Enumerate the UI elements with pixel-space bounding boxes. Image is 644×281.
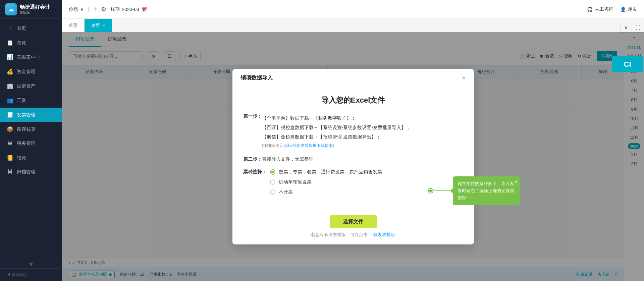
sidebar-item-label: 首页 xyxy=(17,25,26,32)
download-template-link[interactable]: 下载发票模版 xyxy=(369,232,395,237)
sidebar-logo: ☁ 畅捷通好会计 旗舰版 xyxy=(0,0,62,19)
window-close-btn[interactable]: × xyxy=(620,23,632,33)
add-btn[interactable]: + xyxy=(93,5,97,13)
radio-option-1[interactable]: 普票，专票，卷票，通行费发票，农产品销售发票 xyxy=(270,169,382,175)
step1-link[interactable]: 百旺/航信发票数据下载指南 xyxy=(283,143,333,148)
tooltip-close-btn[interactable]: × xyxy=(515,178,517,186)
sidebar-item-label: 固定资产 xyxy=(17,83,36,89)
sidebar-nav: ⌂ 首页 📋 总账 📊 云报表中心 💰 资金管理 🏢 固定资产 👥 工资 xyxy=(0,19,62,261)
sidebar-item-reports[interactable]: 📊 云报表中心 xyxy=(0,50,62,64)
user-icon: 👤 xyxy=(620,7,626,12)
sidebar-item-label: 云报表中心 xyxy=(17,54,40,60)
sidebar-item-label: 结账 xyxy=(17,155,26,161)
window-controls: × ⛶ xyxy=(620,23,644,33)
modal-main-title: 导入您的Excel文件 xyxy=(243,95,463,105)
sidebar-item-label: 资金管理 xyxy=(17,69,36,75)
step1-label: 第一步： xyxy=(243,113,262,119)
radio-circle-1 xyxy=(270,169,275,175)
step1-row: 第一步： 【全电平台】数据下载→【税务数字账户】； 【百旺】税控盘数据下载→【系… xyxy=(243,113,463,150)
sidebar-item-label: 总账 xyxy=(17,40,26,46)
user-label: 用友 xyxy=(628,6,637,12)
salary-icon: 👥 xyxy=(7,97,13,104)
archive-icon: 🗄 xyxy=(7,169,13,175)
tab-bar: 首页 发票 × xyxy=(62,19,644,32)
sidebar-item-archive[interactable]: 🗄 归档管理 xyxy=(0,165,62,179)
user-menu[interactable]: 👤 用友 xyxy=(620,6,637,12)
step1-line2: 【百旺】税控盘数据下载→【系统设置-系统参数设置-发票批量导入】； xyxy=(262,123,411,132)
step2-label: 第二步： xyxy=(243,156,262,162)
settings-btn[interactable]: ⚙ xyxy=(101,6,106,13)
company-selector[interactable]: 你您 ∨ xyxy=(69,6,84,12)
sidebar-item-label: 库存核算 xyxy=(17,126,36,132)
radio-label-2: 机动车销售发票 xyxy=(279,179,312,185)
sidebar-item-home[interactable]: ⌂ 首页 xyxy=(0,21,62,36)
topbar: 你您 ∨ | + ⚙ 账期 2023-03 📅 🎧 人工咨询 👤 用友 xyxy=(62,0,644,19)
funds-icon: 💰 xyxy=(7,68,13,75)
ledger-icon: 📋 xyxy=(7,40,13,46)
step2-row: 第二步： 直接导入文件，无需整理 xyxy=(243,156,463,162)
period-selector[interactable]: 账期 2023-03 📅 xyxy=(110,6,147,12)
modal-overlay: 销项数据导入 × 导入您的Excel文件 第一步： 【全电平台】数据下载→【税务… xyxy=(62,32,644,281)
app-logo-sub: 旗舰版 xyxy=(20,10,50,15)
ci-badge: CI xyxy=(612,56,643,72)
modal-title: 销项数据导入 xyxy=(240,74,273,81)
sidebar-item-invoice[interactable]: 🧾 发票管理 xyxy=(0,108,62,122)
calendar-icon: 📅 xyxy=(141,7,147,12)
sidebar-item-inventory[interactable]: 📦 库存核算 xyxy=(0,122,62,136)
modal-header: 销项数据导入 × xyxy=(232,69,474,87)
period-label: 账期 xyxy=(110,6,120,12)
sidebar-item-ledger[interactable]: 📋 总账 xyxy=(0,36,62,50)
modal-footer-note: 若您没有发票模版，可以点击 下载发票模版 xyxy=(311,232,395,238)
sidebar: ☁ 畅捷通好会计 旗舰版 ⌂ 首页 📋 总账 📊 云报表中心 💰 资金管理 xyxy=(0,0,62,281)
radio-group: 普票，专票，卷票，通行费发票，农产品销售发票 机动车销售发票 不开票 xyxy=(270,169,382,195)
radio-label-3: 不开票 xyxy=(279,189,293,195)
app-logo-icon: ☁ xyxy=(5,3,17,15)
radio-option-2[interactable]: 机动车销售发票 xyxy=(270,179,382,185)
sidebar-item-label: 工资 xyxy=(17,98,26,104)
sidebar-item-funds[interactable]: 💰 资金管理 xyxy=(0,64,62,79)
sidebar-item-salary[interactable]: 👥 工资 xyxy=(0,93,62,108)
tax-icon: 🏛 xyxy=(7,140,13,147)
step2-text: 直接导入文件，无需整理 xyxy=(262,156,314,162)
select-file-btn[interactable]: 选择文件 xyxy=(330,215,377,228)
main-area: 你您 ∨ | + ⚙ 账期 2023-03 📅 🎧 人工咨询 👤 用友 xyxy=(62,0,644,281)
window-maximize-btn[interactable]: ⛶ xyxy=(632,23,644,33)
tooltip-line xyxy=(433,190,453,191)
sidebar-item-close[interactable]: 📒 结账 xyxy=(0,151,62,165)
app-logo-text: 畅捷通好会计 xyxy=(20,4,50,10)
assets-icon: 🏢 xyxy=(7,83,13,89)
step1-line3: 【航信】金税盘数据下载→【报税管理-发票数据导出】； xyxy=(262,132,411,142)
sidebar-item-tax[interactable]: 🏛 税务管理 xyxy=(0,136,62,151)
close-books-icon: 📒 xyxy=(7,155,13,161)
radio-label-1: 普票，专票，卷票，通行费发票，农产品销售发票 xyxy=(279,169,382,175)
company-name: 你您 xyxy=(69,6,78,12)
step1-note: (详细操作见百旺/航信发票数据下载指南) xyxy=(262,142,411,150)
tab-home-label: 首页 xyxy=(69,22,77,29)
tooltip-text: 现在支持的票种多了，导入发票时别忘了选择正确的发票类型呀! xyxy=(458,181,514,200)
tooltip: × 现在支持的票种多了，导入发票时别忘了选择正确的发票类型呀! xyxy=(429,176,520,205)
radio-option-3[interactable]: 不开票 xyxy=(270,189,382,195)
reports-icon: 📊 xyxy=(7,54,13,60)
radio-circle-3 xyxy=(270,189,275,195)
radio-circle-2 xyxy=(270,179,275,185)
sidebar-item-assets[interactable]: 🏢 固定资产 xyxy=(0,79,62,93)
sidebar-scroll-down[interactable]: ▼ xyxy=(28,261,35,268)
home-icon: ⌂ xyxy=(7,25,13,32)
service-icon: 🎧 xyxy=(587,7,593,12)
tooltip-box: × 现在支持的票种多了，导入发票时别忘了选择正确的发票类型呀! xyxy=(453,176,520,205)
inventory-icon: 📦 xyxy=(7,126,13,132)
company-dropdown-icon: ∨ xyxy=(80,7,84,12)
modal-close-btn[interactable]: × xyxy=(462,74,466,81)
tab-home[interactable]: 首页 xyxy=(62,19,85,32)
ticket-select-label: 票种选择： xyxy=(243,169,267,175)
sidebar-item-label: 发票管理 xyxy=(17,112,36,118)
import-modal: 销项数据导入 × 导入您的Excel文件 第一步： 【全电平台】数据下载→【税务… xyxy=(232,69,474,244)
modal-footer: 选择文件 若您没有发票模版，可以点击 下载发票模版 xyxy=(232,210,474,244)
tab-invoice[interactable]: 发票 × xyxy=(85,19,112,32)
tab-invoice-label: 发票 xyxy=(91,22,100,29)
tab-close-btn[interactable]: × xyxy=(103,23,105,28)
period-value: 2023-03 xyxy=(122,7,139,12)
content-area: 销项发票 进项发票 ⚙ ☐ xyxy=(62,32,644,281)
sidebar-collapse-btn[interactable]: ◀ 取消固定 xyxy=(0,268,62,281)
service-btn[interactable]: 🎧 人工咨询 xyxy=(587,6,613,12)
